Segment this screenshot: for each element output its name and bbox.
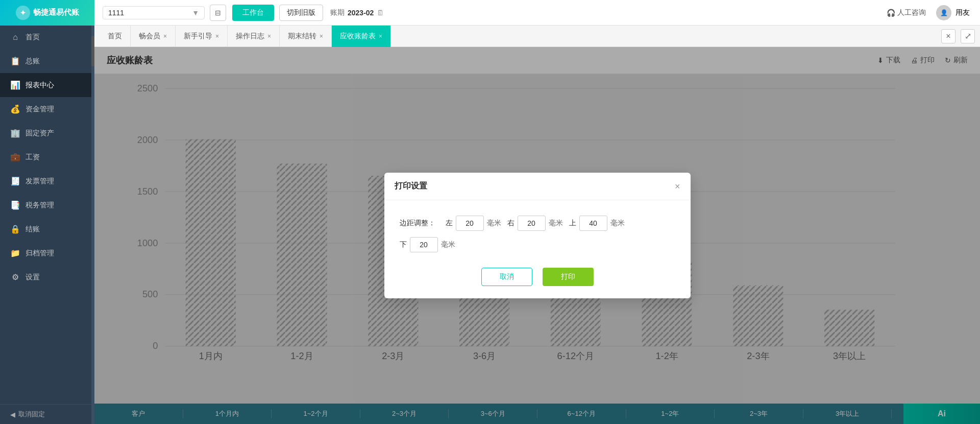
collapse-icon: ◀ <box>10 411 15 418</box>
print-settings-modal: 打印设置 × 边距调整： 左 毫米 右 <box>384 173 691 298</box>
sidebar-icon-ledger: 📋 <box>10 56 20 66</box>
user-name: 用友 <box>955 8 970 17</box>
margin-label: 边距调整： <box>400 219 435 228</box>
tab-expand-button[interactable]: ⤢ <box>961 29 975 43</box>
sidebar-item-payroll[interactable]: 💼 工资 <box>0 145 94 169</box>
tab-close-aging[interactable]: × <box>379 33 382 40</box>
tab-label-oplog: 操作日志 <box>236 32 264 41</box>
sidebar-label-settings: 设置 <box>26 273 40 282</box>
sidebar-item-assets[interactable]: 🏢 固定资产 <box>0 121 94 145</box>
sidebar-icon-closeout: 🔒 <box>10 224 20 234</box>
top-bar-right: 🎧 人工咨询 👤 用友 <box>887 5 980 20</box>
support-label: 人工咨询 <box>897 8 926 17</box>
sidebar-label-closeout: 结账 <box>26 225 40 234</box>
avatar: 👤 <box>936 5 951 20</box>
support-link[interactable]: 🎧 人工咨询 <box>887 8 926 17</box>
sidebar-icon-archive: 📁 <box>10 248 20 258</box>
tab-guide[interactable]: 新手引导× <box>176 26 228 47</box>
modal-overlay: 打印设置 × 边距调整： 左 毫米 右 <box>94 47 980 424</box>
period-label: 账期 <box>330 8 345 17</box>
switch-old-button[interactable]: 切到旧版 <box>279 5 323 21</box>
tab-home[interactable]: 首页 <box>100 26 131 47</box>
logo: ✦ 畅捷通易代账 <box>0 0 94 26</box>
sidebar-item-funds[interactable]: 💰 资金管理 <box>0 97 94 121</box>
margin-left-group: 左 毫米 <box>446 216 501 231</box>
tab-close-member[interactable]: × <box>163 33 167 40</box>
tab-close-guide[interactable]: × <box>215 33 219 40</box>
tab-member[interactable]: 畅会员× <box>131 26 176 47</box>
cancel-button[interactable]: 取消 <box>481 268 532 286</box>
tab-aging[interactable]: 应收账龄表× <box>332 26 391 47</box>
sidebar-label-assets: 固定资产 <box>26 129 54 138</box>
margin-left-label: 左 <box>446 219 453 228</box>
sidebar-icon-invoice: 🧾 <box>10 176 20 186</box>
sidebar-item-tax[interactable]: 📑 税务管理 <box>0 193 94 217</box>
sidebar-label-tax: 税务管理 <box>26 201 54 210</box>
logo-icon: ✦ <box>16 6 30 20</box>
calendar-icon[interactable]: 🗓 <box>377 9 384 17</box>
margin-row: 边距调整： 左 毫米 右 毫米 <box>400 216 675 252</box>
top-bar: ✦ 畅捷通易代账 1111 ▼ ⊟ 工作台 切到旧版 账期 2023-02 🗓 … <box>0 0 980 26</box>
margin-bottom-input[interactable] <box>410 237 438 252</box>
sidebar-label-payroll: 工资 <box>26 153 40 162</box>
tab-label-home: 首页 <box>108 32 122 41</box>
margin-top-input[interactable] <box>579 216 607 231</box>
logo-text: 畅捷通易代账 <box>33 8 79 17</box>
sidebar-icon-home: ⌂ <box>10 33 20 42</box>
tab-expand-icon: ⤢ <box>965 31 971 41</box>
tab-close-oplog[interactable]: × <box>267 33 271 40</box>
tab-yearend[interactable]: 期末结转× <box>280 26 332 47</box>
tab-label-aging: 应收账龄表 <box>340 32 376 41</box>
modal-body: 边距调整： 左 毫米 右 毫米 <box>384 200 691 263</box>
tab-close-all-icon: × <box>946 32 950 41</box>
modal-footer: 取消 打印 <box>384 263 691 298</box>
user-area[interactable]: 👤 用友 <box>936 5 970 20</box>
tab-oplog[interactable]: 操作日志× <box>228 26 280 47</box>
sidebar-label-funds: 资金管理 <box>26 105 54 114</box>
tabs-right: × ⤢ <box>941 29 975 43</box>
sidebar-item-settings[interactable]: ⚙ 设置 <box>0 265 94 289</box>
sidebar-label-archive: 归档管理 <box>26 249 54 258</box>
sidebar-item-home[interactable]: ⌂ 首页 <box>0 26 94 49</box>
collapse-label: 取消固定 <box>18 410 45 419</box>
tab-close-all-button[interactable]: × <box>941 29 955 43</box>
workbench-button[interactable]: 工作台 <box>232 5 274 21</box>
margin-top-label: 上 <box>569 219 576 228</box>
period-value: 2023-02 <box>348 9 374 17</box>
sidebar-label-ledger: 总账 <box>26 57 40 66</box>
modal-close-button[interactable]: × <box>675 182 680 191</box>
sidebar-icon-tax: 📑 <box>10 200 20 210</box>
sidebar-collapse-button[interactable]: ◀ 取消固定 <box>0 404 94 424</box>
tab-close-yearend[interactable]: × <box>320 33 323 40</box>
modal-header: 打印设置 × <box>384 173 691 200</box>
copy-icon: ⊟ <box>215 9 221 17</box>
tab-label-member: 畅会员 <box>139 32 160 41</box>
sidebar-label-reports: 报表中心 <box>26 81 54 90</box>
page-content: 应收账龄表 ⬇ 下载 🖨 打印 ↻ 刷新 <box>94 47 980 424</box>
sidebar-item-archive[interactable]: 📁 归档管理 <box>0 241 94 265</box>
sidebar-label-home: 首页 <box>26 33 40 42</box>
margin-right-unit: 毫米 <box>549 219 563 228</box>
sidebar-label-invoice: 发票管理 <box>26 177 54 186</box>
margin-bottom-group: 下 毫米 <box>400 237 455 252</box>
content-area: 首页畅会员×新手引导×操作日志×期末结转×应收账龄表× × ⤢ 应收账龄表 ⬇ … <box>94 26 980 424</box>
margin-left-input[interactable] <box>456 216 484 231</box>
margin-right-input[interactable] <box>518 216 546 231</box>
sidebar-icon-reports: 📊 <box>10 80 20 90</box>
margin-right-label: 右 <box>507 219 514 228</box>
sidebar-scroll: ⌂ 首页 📋 总账 📊 报表中心 💰 资金管理 🏢 固定资产 💼 工资 🧾 发票… <box>0 26 94 404</box>
sidebar-item-closeout[interactable]: 🔒 结账 <box>0 217 94 241</box>
main-layout: ⌂ 首页 📋 总账 📊 报表中心 💰 资金管理 🏢 固定资产 💼 工资 🧾 发票… <box>0 26 980 424</box>
sidebar-item-reports[interactable]: 📊 报表中心 <box>0 73 94 97</box>
sidebar-item-invoice[interactable]: 🧾 发票管理 <box>0 169 94 193</box>
copy-button[interactable]: ⊟ <box>210 5 226 21</box>
sidebar-icon-payroll: 💼 <box>10 152 20 162</box>
support-icon: 🎧 <box>887 9 895 17</box>
sidebar: ⌂ 首页 📋 总账 📊 报表中心 💰 资金管理 🏢 固定资产 💼 工资 🧾 发票… <box>0 26 94 424</box>
margin-top-group: 上 毫米 <box>569 216 625 231</box>
company-selector[interactable]: 1111 ▼ <box>103 6 205 19</box>
sidebar-item-ledger[interactable]: 📋 总账 <box>0 49 94 73</box>
margin-left-unit: 毫米 <box>487 219 501 228</box>
sidebar-icon-funds: 💰 <box>10 104 20 114</box>
confirm-print-button[interactable]: 打印 <box>543 268 594 286</box>
